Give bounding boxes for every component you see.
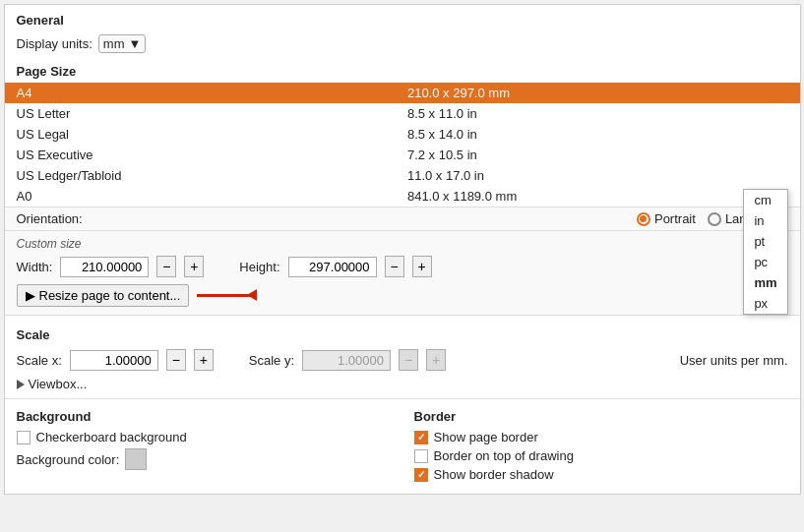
background-section: Background Checkerboard background Backg… — [5, 405, 402, 488]
unit-option[interactable]: mm — [744, 272, 786, 293]
border-option-row: Show page border — [414, 428, 788, 446]
custom-size-section: Custom size Width: − + Height: − + Units… — [5, 231, 800, 316]
height-label: Height: — [239, 260, 279, 274]
orientation-label: Orientation: — [17, 211, 637, 226]
resize-row: ▶ Resize page to content... — [5, 280, 800, 311]
border-checkbox[interactable] — [414, 431, 428, 444]
checkerboard-row: Checkerboard background — [17, 428, 391, 446]
page-name: US Letter — [5, 103, 396, 124]
scale-x-increment-button[interactable]: + — [194, 349, 214, 371]
border-option-row: Border on top of drawing — [414, 446, 788, 465]
resize-page-label: Resize page to content... — [39, 288, 181, 303]
custom-size-title: Custom size — [5, 235, 800, 253]
scale-y-decrement-button[interactable]: − — [399, 349, 418, 371]
portrait-radio[interactable] — [637, 212, 650, 226]
scale-y-label: Scale y: — [249, 353, 294, 368]
border-option-label: Show page border — [434, 430, 538, 444]
page-name: US Executive — [5, 145, 396, 165]
height-increment-button[interactable]: + — [412, 256, 432, 277]
page-name: A0 — [5, 186, 396, 207]
page-name: US Legal — [5, 124, 396, 145]
page-size-container: A4210.0 x 297.0 mmUS Letter8.5 x 11.0 in… — [5, 83, 800, 207]
portrait-label: Portrait — [654, 211, 696, 226]
display-units-row: Display units: mm ▼ — [5, 31, 800, 56]
width-increment-button[interactable]: + — [184, 256, 204, 277]
page-size-table: A4210.0 x 297.0 mmUS Letter8.5 x 11.0 in… — [5, 83, 800, 207]
scale-x-input[interactable] — [70, 350, 158, 371]
page-dimensions: 210.0 x 297.0 mm — [396, 83, 800, 103]
height-input[interactable] — [288, 257, 377, 277]
scale-y-input[interactable] — [302, 350, 391, 371]
page-dimensions: 8.5 x 11.0 in — [396, 103, 800, 124]
table-row[interactable]: US Ledger/Tabloid11.0 x 17.0 in — [5, 165, 800, 186]
units-dropdown[interactable]: cminptpcmmpx — [743, 189, 787, 315]
checkerboard-checkbox[interactable] — [17, 431, 31, 444]
unit-option[interactable]: cm — [744, 190, 786, 210]
border-checkbox[interactable] — [414, 468, 428, 482]
page-name: A4 — [5, 83, 396, 103]
document-properties-panel: General Display units: mm ▼ Page Size A4… — [4, 4, 801, 495]
unit-option[interactable]: pc — [744, 252, 786, 272]
general-title: General — [5, 5, 800, 31]
border-section: Border Show page borderBorder on top of … — [402, 405, 800, 488]
table-row[interactable]: A0841.0 x 1189.0 mm — [5, 186, 800, 207]
border-option-row: Show border shadow — [414, 465, 788, 484]
width-label: Width: — [17, 260, 53, 274]
border-option-label: Show border shadow — [434, 467, 554, 482]
scale-section: Scale Scale x: − + Scale y: − + User uni… — [5, 316, 800, 399]
width-input[interactable] — [60, 257, 149, 277]
viewbox-triangle-icon — [17, 380, 25, 389]
height-decrement-button[interactable]: − — [385, 256, 404, 277]
viewbox-row[interactable]: Viewbox... — [5, 374, 800, 394]
custom-size-row: Width: − + Height: − + Units: — [5, 253, 800, 280]
border-option-label: Border on top of drawing — [434, 448, 574, 463]
bg-color-label: Background color: — [17, 452, 120, 467]
resize-triangle-icon: ▶ — [26, 288, 35, 303]
checkerboard-label: Checkerboard background — [36, 430, 187, 444]
table-row[interactable]: US Legal8.5 x 14.0 in — [5, 124, 800, 145]
portrait-option[interactable]: Portrait — [637, 211, 696, 226]
page-dimensions: 841.0 x 1189.0 mm — [396, 186, 800, 207]
resize-page-button[interactable]: ▶ Resize page to content... — [17, 284, 190, 307]
unit-option[interactable]: px — [744, 293, 786, 314]
unit-option[interactable]: in — [744, 210, 786, 231]
display-units-value: mm — [103, 36, 125, 51]
landscape-radio[interactable] — [708, 212, 721, 226]
page-name: US Ledger/Tabloid — [5, 165, 396, 186]
scale-x-label: Scale x: — [17, 353, 62, 368]
border-checkbox[interactable] — [414, 449, 428, 463]
border-title: Border — [414, 409, 788, 424]
bg-color-swatch[interactable] — [125, 448, 147, 470]
page-dimensions: 7.2 x 10.5 in — [396, 145, 800, 165]
arrow-line — [197, 294, 256, 297]
scale-y-increment-button[interactable]: + — [426, 349, 446, 371]
bg-color-row: Background color: — [17, 446, 391, 472]
orientation-row: Orientation: Portrait Landscape — [5, 207, 800, 231]
table-row[interactable]: A4210.0 x 297.0 mm — [5, 83, 800, 103]
viewbox-label: Viewbox... — [29, 377, 88, 391]
display-units-label: Display units: — [17, 36, 93, 51]
user-units-label: User units per mm. — [680, 353, 788, 368]
page-dimensions: 11.0 x 17.0 in — [396, 165, 800, 186]
arrow-indicator — [197, 294, 256, 297]
unit-option[interactable]: pt — [744, 231, 786, 252]
scale-title: Scale — [5, 320, 800, 346]
scale-x-decrement-button[interactable]: − — [166, 349, 186, 371]
background-title: Background — [17, 409, 391, 424]
scale-row: Scale x: − + Scale y: − + User units per… — [5, 346, 800, 374]
page-size-title: Page Size — [5, 56, 800, 83]
table-row[interactable]: US Letter8.5 x 11.0 in — [5, 103, 800, 124]
display-units-select[interactable]: mm ▼ — [98, 34, 147, 53]
table-row[interactable]: US Executive7.2 x 10.5 in — [5, 145, 800, 165]
dropdown-arrow-icon: ▼ — [128, 36, 141, 51]
bottom-row: Background Checkerboard background Backg… — [5, 399, 800, 494]
width-decrement-button[interactable]: − — [156, 256, 176, 277]
page-dimensions: 8.5 x 14.0 in — [396, 124, 800, 145]
